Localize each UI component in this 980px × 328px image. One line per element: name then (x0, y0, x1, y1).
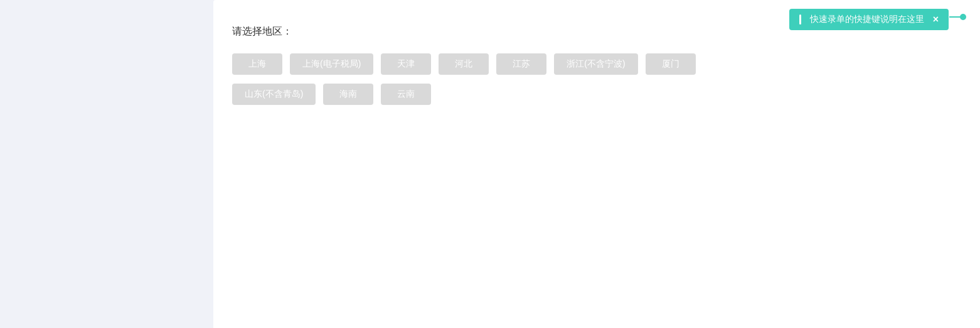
region-buttons-row-2: 山东(不含青岛)海南云南 (232, 84, 961, 105)
region-btn-hainan[interactable]: 海南 (323, 84, 373, 105)
tooltip-text: 快速录单的快捷键说明在这里 (810, 14, 924, 25)
region-btn-yunnan[interactable]: 云南 (381, 84, 431, 105)
region-btn-tianjin[interactable]: 天津 (381, 53, 431, 75)
sidebar (0, 0, 213, 328)
region-btn-shanghai-ejt[interactable]: 上海(电子税局) (290, 53, 373, 75)
region-btn-jiangsu[interactable]: 江苏 (496, 53, 546, 75)
tooltip-close-button[interactable]: × (933, 14, 939, 25)
region-btn-hebei[interactable]: 河北 (439, 53, 489, 75)
tooltip-connector-line (949, 16, 961, 18)
tooltip-banner: 快速录单的快捷键说明在这里 × (789, 9, 949, 30)
region-btn-shanghai[interactable]: 上海 (232, 53, 282, 75)
region-btn-zhejiang[interactable]: 浙江(不含宁波) (554, 53, 637, 75)
main-content: 请选择地区： 上海上海(电子税局)天津河北江苏浙江(不含宁波)厦门 山东(不含青… (213, 0, 980, 328)
region-btn-shandong[interactable]: 山东(不含青岛) (232, 84, 316, 105)
region-btn-xiamen[interactable]: 厦门 (646, 53, 696, 75)
tooltip-connector-dot (960, 14, 966, 20)
region-buttons-row-1: 上海上海(电子税局)天津河北江苏浙江(不含宁波)厦门 (232, 53, 961, 75)
